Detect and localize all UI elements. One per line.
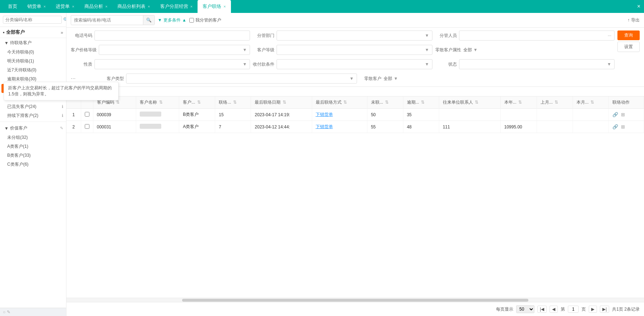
nature-select[interactable]: ▼ xyxy=(94,59,250,69)
sidebar-item-ungraded[interactable]: 未分组(32) xyxy=(0,133,66,142)
col-last-month[interactable]: 上月... ⇅ xyxy=(537,96,573,109)
export-button[interactable]: ↑ 导出 xyxy=(627,17,640,23)
row-last-method[interactable]: 下销货单 xyxy=(312,121,367,133)
export-icon: ↑ xyxy=(627,18,630,23)
edit-icon[interactable]: ✎ xyxy=(60,126,63,131)
row-check xyxy=(81,121,93,133)
search-input-wrap: 🔍 xyxy=(71,15,155,25)
sidebar-item-today[interactable]: 今天待联络(0) xyxy=(0,48,66,57)
nav-home[interactable]: 首页 xyxy=(3,0,22,13)
data-table: 客户编码 ⇅ 客户名称 ⇅ 客户... ⇅ 联络... xyxy=(66,96,644,133)
sort-icon: ⇅ xyxy=(116,100,120,105)
sort-icon: ⇅ xyxy=(233,100,237,105)
more-action-icon[interactable]: ⊞ xyxy=(621,112,625,117)
customer-level-select[interactable]: ▼ xyxy=(277,45,432,55)
close-icon[interactable]: × xyxy=(148,4,150,9)
col-name[interactable]: 客户名称 ⇅ xyxy=(136,96,179,109)
first-page-btn[interactable]: |◀ xyxy=(537,306,547,313)
search-icon[interactable]: 🔍 xyxy=(63,17,66,22)
nav-purchase-order[interactable]: 进货单 × xyxy=(51,0,79,13)
status-select[interactable]: ▼ xyxy=(459,59,615,69)
page-input[interactable] xyxy=(568,306,579,313)
settings-button[interactable]: 设置 xyxy=(617,42,640,52)
person-select[interactable]: ··· xyxy=(459,30,615,41)
sidebar-item-class-c[interactable]: C类客户(6) xyxy=(0,160,66,169)
sidebar-search-area: 🔍 xyxy=(0,13,66,27)
close-icon[interactable]: × xyxy=(190,4,193,9)
horizontal-scrollbar[interactable] xyxy=(66,298,644,302)
sidebar-item-7days[interactable]: 近7天待联络(0) xyxy=(0,66,66,75)
row-last-date: 2023-04-17 14:19: xyxy=(251,109,312,121)
dept-select[interactable]: ▼ xyxy=(277,30,432,41)
col-last-date[interactable]: 最后联络日期 ⇅ xyxy=(251,96,312,109)
sidebar-item-lost[interactable]: 已流失客户(24) ℹ xyxy=(0,102,66,111)
tooltip-box: 距客户上次交易时长，超过了此客户的平均交易周期的1.5倍，则视为异常。 xyxy=(4,82,119,100)
col-contact-count[interactable]: 联络... ⇅ xyxy=(215,96,251,109)
price-level-select[interactable]: ▼ xyxy=(99,45,250,55)
col-related-person[interactable]: 往来单位联系人 ⇅ xyxy=(439,96,500,109)
row-checkbox[interactable] xyxy=(85,124,89,129)
more-filter-dots[interactable]: ··· xyxy=(71,75,75,82)
sidebar-item-class-a[interactable]: A类客户(1) xyxy=(0,142,66,151)
retail-dropdown[interactable]: ▼ xyxy=(394,74,401,84)
payment-select[interactable]: ▼ xyxy=(277,59,432,69)
phone-input[interactable] xyxy=(94,30,250,41)
pending-contact-group[interactable]: ▼ 待联络客户 xyxy=(0,38,66,48)
close-icon[interactable]: × xyxy=(223,4,226,9)
nav-product-analysis[interactable]: 商品分析 × xyxy=(79,0,112,13)
more-conditions-btn[interactable]: ▼ 更多条件 ▲ xyxy=(158,17,186,23)
my-customers-check[interactable] xyxy=(189,18,194,23)
col-uncontacted[interactable]: 未联... ⇅ xyxy=(367,96,403,109)
sidebar-item-declining[interactable]: 持续下滑客户(2) ℹ xyxy=(0,111,66,120)
value-customer-group[interactable]: ▼ 价值客户 ✎ xyxy=(0,123,66,133)
sidebar-search-input[interactable] xyxy=(3,16,62,24)
sidebar-item-tomorrow[interactable]: 明天待联络(1) xyxy=(0,57,66,66)
customer-type-label: 客户类型 xyxy=(102,76,124,82)
sort-icon: ⇅ xyxy=(555,100,558,105)
row-checkbox[interactable] xyxy=(85,112,89,117)
nav-product-analysis-list[interactable]: 商品分析列表 × xyxy=(112,0,155,13)
close-icon[interactable]: × xyxy=(105,4,107,9)
filter-scatter-attr: 零散客户属性 全部 ▼ xyxy=(435,45,615,55)
my-customers-checkbox[interactable]: 我分管的客户 xyxy=(189,17,221,23)
contact-icon[interactable]: 🔗 xyxy=(612,112,618,117)
search-button[interactable]: 🔍 xyxy=(143,15,154,25)
query-button[interactable]: 查询 xyxy=(617,30,640,40)
row-overdue: 48 xyxy=(403,121,439,133)
row-code: 000031 xyxy=(93,121,136,133)
col-this-month[interactable]: 本月... ⇅ xyxy=(573,96,608,109)
row-last-method[interactable]: 下销货单 xyxy=(312,109,367,121)
filter-dots-item: ··· xyxy=(71,75,99,82)
row-last-month xyxy=(537,109,573,121)
price-level-label: 客户价格等级 xyxy=(71,47,97,53)
prev-page-btn[interactable]: ◀ xyxy=(550,306,558,313)
sidebar-bottom-bar: ○ ✎ xyxy=(0,308,66,316)
customer-type-select[interactable]: ▼ xyxy=(126,74,357,84)
close-icon[interactable]: × xyxy=(72,4,74,9)
col-last-method[interactable]: 最后联络方式 ⇅ xyxy=(312,96,367,109)
col-overdue[interactable]: 逾期... ⇅ xyxy=(403,96,439,109)
search-input[interactable] xyxy=(71,18,143,23)
collapse-icon[interactable]: » xyxy=(61,30,63,35)
circle-icon[interactable]: ○ xyxy=(3,310,5,315)
close-icon[interactable]: × xyxy=(43,4,46,9)
per-page-select[interactable]: 50 10 20 100 xyxy=(516,305,534,313)
next-page-btn[interactable]: ▶ xyxy=(589,306,597,313)
nav-customer-segmentation[interactable]: 客户分层经营 × xyxy=(155,0,198,13)
nav-sales-order[interactable]: 销货单 × xyxy=(22,0,51,13)
scatter-attr-dropdown[interactable]: ▼ xyxy=(473,45,481,55)
col-this-year[interactable]: 本年... ⇅ xyxy=(500,96,537,109)
sidebar-item-class-b[interactable]: B类客户(33) xyxy=(0,151,66,160)
more-action-icon[interactable]: ⊞ xyxy=(621,124,625,129)
nav-customer-contact[interactable]: 客户联络 × xyxy=(198,0,231,13)
page-label: 第 xyxy=(561,306,565,312)
filter-bar: 🔍 ▼ 更多条件 ▲ 我分管的客户 ↑ 导出 xyxy=(66,13,644,28)
edit-bottom-icon[interactable]: ✎ xyxy=(7,310,10,315)
scroll-thumb[interactable] xyxy=(182,299,529,302)
row-uncontacted: 55 xyxy=(367,121,403,133)
last-page-btn[interactable]: ▶| xyxy=(600,306,609,313)
filter-row-2: 客户价格等级 ▼ 客户等级 ▼ 零散客户属性 xyxy=(71,45,615,55)
contact-icon[interactable]: 🔗 xyxy=(612,124,618,129)
close-all-tabs[interactable]: × xyxy=(637,3,640,10)
col-category[interactable]: 客户... ⇅ xyxy=(179,96,215,109)
